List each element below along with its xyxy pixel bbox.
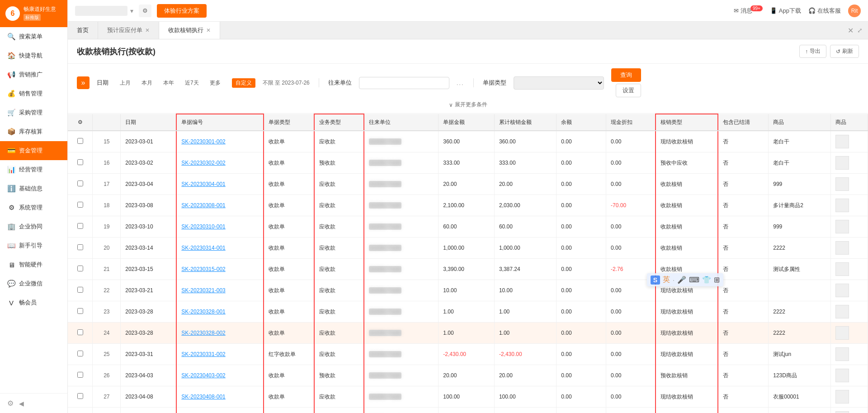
- table-row[interactable]: 252023-03-31SK-20230331-002红字收款单应收款某某客户名…: [68, 344, 868, 365]
- tab-home[interactable]: 首页: [68, 22, 98, 39]
- doc-no-link[interactable]: SK-20230328-002: [181, 330, 225, 336]
- sidebar-item-system[interactable]: ⚙系统管理: [0, 198, 67, 217]
- row-settings[interactable]: [68, 280, 93, 301]
- doc-no-cell[interactable]: SK-20230331-002: [176, 344, 263, 365]
- date-option-更多[interactable]: 更多: [206, 77, 225, 89]
- online-service-btn[interactable]: 🎧 在线客服: [808, 7, 841, 15]
- table-row[interactable]: 192023-03-10SK-20230310-001收款单应收款某某客户名称6…: [68, 216, 868, 237]
- query-btn[interactable]: 查询: [611, 68, 641, 82]
- row-settings[interactable]: [68, 152, 93, 174]
- table-row[interactable]: 202023-03-14SK-20230314-001收款单应收款某某客户名称1…: [68, 237, 868, 259]
- doc-no-cell[interactable]: SK-20230304-001: [176, 174, 263, 195]
- date-option-本月[interactable]: 本月: [137, 77, 156, 89]
- row-checkbox[interactable]: [77, 180, 83, 186]
- row-settings[interactable]: [68, 323, 93, 344]
- doc-no-cell[interactable]: SK-20230314-001: [176, 237, 263, 259]
- table-row[interactable]: 232023-03-28SK-20230328-001收款单应收款某某客户名称1…: [68, 301, 868, 323]
- doc-no-cell[interactable]: SK-20230302-002: [176, 152, 263, 174]
- workspace-selector[interactable]: ▾: [75, 6, 133, 16]
- doc-no-link[interactable]: SK-20230321-003: [181, 287, 225, 294]
- row-settings[interactable]: [68, 237, 93, 259]
- date-custom-btn[interactable]: 自定义: [232, 78, 255, 88]
- close-tab-icon[interactable]: ✕: [848, 26, 854, 35]
- doc-no-cell[interactable]: SK-20230321-003: [176, 280, 263, 301]
- user-avatar[interactable]: Rit: [848, 5, 861, 17]
- date-option-上月[interactable]: 上月: [116, 77, 135, 89]
- row-checkbox[interactable]: [77, 159, 83, 165]
- tab-close-prepay[interactable]: ✕: [145, 27, 150, 33]
- date-option-近7天[interactable]: 近7天: [181, 77, 203, 89]
- row-settings[interactable]: [68, 195, 93, 216]
- sidebar-item-hardware[interactable]: 🖥智能硬件: [0, 255, 67, 274]
- dropdown-arrow[interactable]: ▾: [130, 7, 133, 14]
- doc-no-cell[interactable]: SK-20230301-002: [176, 131, 263, 152]
- row-settings[interactable]: [68, 408, 93, 413]
- doc-no-cell[interactable]: SK-20230328-001: [176, 301, 263, 323]
- table-row[interactable]: 152023-03-01SK-20230301-002收款单应收款某某客户名称3…: [68, 131, 868, 152]
- sidebar-item-operations[interactable]: 📊经营管理: [0, 160, 67, 179]
- row-checkbox[interactable]: [77, 308, 83, 314]
- row-settings[interactable]: [68, 344, 93, 365]
- sidebar-item-sales[interactable]: 💰销售管理: [0, 84, 67, 103]
- row-settings[interactable]: [68, 216, 93, 237]
- row-checkbox[interactable]: [77, 223, 83, 229]
- row-settings[interactable]: [68, 301, 93, 323]
- export-btn[interactable]: ↑ 导出: [799, 45, 826, 58]
- sidebar-item-marketing[interactable]: 📢营销推广: [0, 65, 67, 84]
- doc-no-link[interactable]: SK-20230301-002: [181, 138, 225, 145]
- doc-no-link[interactable]: SK-20230328-001: [181, 309, 225, 315]
- row-checkbox[interactable]: [77, 287, 83, 293]
- table-row[interactable]: 162023-03-02SK-20230302-002收款单预收款某某客户名称3…: [68, 152, 868, 174]
- row-settings[interactable]: [68, 259, 93, 280]
- row-settings[interactable]: [68, 386, 93, 408]
- doc-no-link[interactable]: SK-20230315-002: [181, 266, 225, 272]
- counterparty-input[interactable]: [359, 77, 449, 89]
- row-settings[interactable]: [68, 131, 93, 152]
- row-checkbox[interactable]: [77, 266, 83, 271]
- tab-prepay[interactable]: 预计应应付单✕: [98, 22, 159, 39]
- sidebar-item-basic[interactable]: ℹ️基础信息: [0, 179, 67, 198]
- expand-tab-icon[interactable]: ⤢: [857, 27, 863, 34]
- row-checkbox[interactable]: [77, 329, 83, 335]
- row-checkbox[interactable]: [77, 244, 83, 250]
- expand-conditions-btn[interactable]: ∨ 展开更多条件: [449, 101, 487, 109]
- doc-no-cell[interactable]: SK-20230308-001: [176, 195, 263, 216]
- doc-no-cell[interactable]: SK-20230328-002: [176, 323, 263, 344]
- sidebar-item-weixin[interactable]: 💬企业微信: [0, 274, 67, 293]
- filter-toggle-btn[interactable]: »: [77, 76, 90, 89]
- table-settings-icon[interactable]: ⚙: [78, 119, 83, 125]
- table-row[interactable]: 242023-03-28SK-20230328-002收款单应收款某某客户名称1…: [68, 323, 868, 344]
- sidebar-item-nav[interactable]: 🏠快捷导航: [0, 46, 67, 65]
- row-checkbox[interactable]: [77, 393, 83, 399]
- table-row[interactable]: 222023-03-21SK-20230321-003收款单应收款某某客户名称1…: [68, 280, 868, 301]
- row-checkbox[interactable]: [77, 372, 83, 378]
- sidebar-item-corp[interactable]: 🏢企业协同: [0, 217, 67, 236]
- doc-no-link[interactable]: SK-20230331-002: [181, 351, 225, 357]
- collapse-icon[interactable]: ◀: [19, 400, 24, 407]
- table-row[interactable]: 282023-04-18SK-20230418-001收款单应收款某某客户名称1…: [68, 408, 868, 413]
- doc-no-link[interactable]: SK-20230403-002: [181, 372, 225, 379]
- table-row[interactable]: 212023-03-15SK-20230315-002收款单应收款某某客户名称3…: [68, 259, 868, 280]
- settings-icon[interactable]: ⚙: [7, 399, 14, 408]
- row-checkbox[interactable]: [77, 351, 83, 356]
- sidebar-item-search[interactable]: 🔍搜索菜单: [0, 27, 67, 46]
- doc-no-link[interactable]: SK-20230314-001: [181, 245, 225, 251]
- message-btn[interactable]: ✉ 消息 99+: [734, 7, 763, 15]
- date-option-本年[interactable]: 本年: [159, 77, 178, 89]
- table-row[interactable]: 182023-03-08SK-20230308-001收款单应收款某某客户名称2…: [68, 195, 868, 216]
- doc-type-select[interactable]: [514, 76, 604, 90]
- sidebar-item-guide[interactable]: 📖新手引导: [0, 236, 67, 255]
- sidebar-item-member[interactable]: V畅会员: [0, 293, 67, 312]
- table-row[interactable]: 272023-04-08SK-20230408-001收款单应收款某某客户名称1…: [68, 386, 868, 408]
- row-settings[interactable]: [68, 174, 93, 195]
- table-row[interactable]: 262023-04-03SK-20230403-002收款单预收款某某客户名称2…: [68, 365, 868, 386]
- table-row[interactable]: 172023-03-04SK-20230304-001收款单应收款某某客户名称2…: [68, 174, 868, 195]
- row-checkbox[interactable]: [77, 202, 83, 208]
- col-settings[interactable]: ⚙: [68, 114, 93, 131]
- doc-no-cell[interactable]: SK-20230418-001: [176, 408, 263, 413]
- app-download-btn[interactable]: 📱 App下载: [770, 7, 801, 15]
- gear-button[interactable]: ⚙: [139, 5, 151, 17]
- doc-no-cell[interactable]: SK-20230403-002: [176, 365, 263, 386]
- doc-no-link[interactable]: SK-20230304-001: [181, 181, 225, 187]
- tab-close-collection[interactable]: ✕: [206, 27, 211, 33]
